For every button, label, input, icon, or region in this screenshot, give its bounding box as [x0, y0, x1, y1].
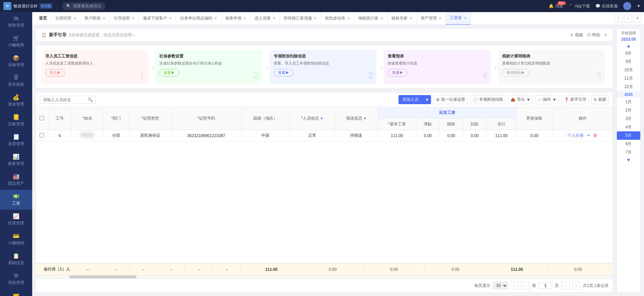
tab-close-icon[interactable]: ✕ — [439, 16, 441, 20]
action-edit[interactable]: ✏ — [587, 133, 590, 138]
tab-close-icon[interactable]: ✕ — [410, 16, 412, 20]
sidebar-item-invoice[interactable]: 🧾 发票管理 — [0, 130, 32, 150]
tab-prev-btn[interactable]: ‹ — [614, 14, 623, 23]
search-input[interactable] — [43, 97, 87, 102]
tab-close-icon[interactable]: ✕ — [214, 16, 217, 20]
tab-asset-mgmt[interactable]: 资产管理 ✕ — [417, 12, 446, 25]
sidebar-item-system[interactable]: ⚙ 系统管理 — [0, 269, 32, 289]
step-2-btn[interactable]: 设置▶ — [159, 69, 179, 77]
last-page-btn[interactable]: ›| — [572, 282, 580, 290]
demo-search-btn[interactable]: 🔍 我要看实例演示 — [62, 2, 105, 10]
month-nav-down[interactable]: ▼ — [617, 157, 640, 163]
new-guide-btn[interactable]: ❓ 新手引导 — [561, 95, 589, 104]
horizontal-scrollbar[interactable] — [36, 275, 613, 279]
sidebar-item-basic-info[interactable]: 📋 基础信息 — [0, 249, 32, 269]
sidebar-item-inventory[interactable]: 🗄 库存核算 — [0, 71, 32, 91]
row-checkbox[interactable] — [40, 133, 44, 137]
month-dec[interactable]: 12月 — [617, 83, 640, 91]
action-delete[interactable]: 🗑 — [593, 133, 597, 138]
tab-tax-report[interactable]: 税务申报 ✕ — [221, 12, 251, 25]
tab-tax-deduction[interactable]: 税负波动表 ✕ — [321, 12, 354, 25]
tab-close-icon[interactable]: ✕ — [347, 16, 350, 20]
guide-close-btn[interactable]: ✕ — [604, 33, 607, 37]
tab-clear-book[interactable]: 进入清册 ✕ — [251, 12, 280, 25]
sidebar-item-cooperation[interactable]: 🤝 企业协同 — [0, 289, 32, 296]
month-nov[interactable]: 11月 — [617, 74, 640, 83]
month-jan[interactable]: 1月 — [617, 98, 640, 106]
month-sep[interactable]: 9月 — [617, 57, 640, 66]
action-social-insurance[interactable]: 个人社保 — [568, 133, 584, 138]
sidebar-item-expense[interactable]: 💳 小畅报销 — [0, 229, 32, 249]
select-all-checkbox[interactable] — [40, 116, 44, 120]
tab-invite[interactable]: 邀请下游客户 ✕ — [139, 12, 176, 25]
tab-tier-mgmt[interactable]: 分层经营 ✕ — [51, 12, 80, 25]
step-1-btn[interactable]: 导入▶ — [45, 69, 65, 77]
sidebar-item-tax[interactable]: 📊 税务管理 — [0, 150, 32, 170]
sidebar-item-operations[interactable]: 📈 经营管理 — [0, 210, 32, 229]
tab-payroll[interactable]: 工资表 ✕ — [446, 12, 471, 25]
tab-close-icon[interactable]: ✕ — [314, 16, 317, 20]
month-nav-up[interactable]: ▲ — [617, 42, 640, 49]
sidebar-item-capital[interactable]: 💰 资金管理 — [0, 91, 32, 111]
prev-page-btn[interactable]: ‹ — [521, 282, 529, 290]
guide-help-btn[interactable]: ◎ 帮助 — [587, 32, 600, 38]
sidebar-item-fixed-assets[interactable]: 🏭 固定资产 — [0, 170, 32, 190]
app-download-btn[interactable]: 📱 App下载 — [569, 3, 590, 9]
step-3-btn[interactable]: 查看▶ — [274, 69, 293, 77]
refresh-btn[interactable]: ↻ 刷新 — [591, 95, 609, 104]
month-aug[interactable]: 8月 — [617, 49, 640, 57]
tab-tax-stats[interactable]: 纳税统计表 ✕ — [354, 12, 387, 25]
scrollbar-thumb[interactable] — [69, 276, 137, 278]
user-avatar[interactable] — [623, 2, 631, 10]
tab-tax-experts[interactable]: 税检专家 ✕ — [387, 12, 417, 25]
sidebar-item-sales[interactable]: 🛍 销售管理 — [0, 12, 32, 32]
tab-close-icon[interactable]: ✕ — [73, 16, 76, 20]
add-person-dropdown-btn[interactable]: ▼ — [423, 95, 431, 104]
month-apr[interactable]: 4月 — [617, 123, 640, 131]
tab-close-icon[interactable]: ✕ — [464, 16, 467, 20]
month-may[interactable]: 5月 — [617, 131, 640, 140]
export-btn[interactable]: 📤 导出 ▼ — [508, 95, 533, 104]
tab-close-icon[interactable]: ✕ — [273, 16, 275, 20]
page-size-select[interactable]: 10 20 50 — [493, 282, 508, 289]
tab-product-codes[interactable]: 往来单位商品编码 ✕ — [176, 12, 221, 25]
sidebar-item-ec[interactable]: 🛒 小畅电商 — [0, 32, 32, 51]
tab-next-btn[interactable]: › — [624, 14, 632, 23]
month-jul[interactable]: 7月 — [617, 148, 640, 157]
sidebar-item-purchase[interactable]: 📦 采购管理 — [0, 51, 32, 71]
operations-btn[interactable]: ⋯ 操作 ▼ — [535, 95, 559, 104]
month-oct[interactable]: 10月 — [617, 66, 640, 74]
tab-close-icon[interactable]: ✕ — [132, 16, 135, 20]
step-4-btn[interactable]: 查看▶ — [388, 69, 408, 77]
month-jun[interactable]: 6月 — [617, 140, 640, 148]
month-mar[interactable]: 3月 — [617, 115, 640, 123]
tab-close-icon[interactable]: ✕ — [380, 16, 383, 20]
step-5-btn[interactable]: 敬请期待▶ — [502, 69, 529, 77]
tab-customer[interactable]: 客户联络 ✕ — [80, 12, 110, 25]
sidebar-item-payroll[interactable]: 💵 工资 — [0, 190, 32, 210]
guide-video-btn[interactable]: ⊙ 视频 — [570, 32, 583, 38]
tab-close-all-btn[interactable]: ✕ — [633, 14, 641, 23]
tab-tax-calc[interactable]: 所得税汇算清缴 ✕ — [280, 12, 321, 25]
tab-close-icon[interactable]: ✕ — [244, 16, 246, 20]
add-person-btn[interactable]: 添加人员 — [398, 95, 423, 104]
first-page-btn[interactable]: |‹ — [511, 282, 519, 290]
uniform-settings-btn[interactable]: ⚙ 统一社保设置 — [434, 95, 468, 104]
top-bar: 财 畅捷通好业财 专业版 🔍 我要看实例演示 🔔 消息 99+ 📱 App下载 … — [0, 0, 644, 12]
page-input[interactable] — [539, 282, 552, 289]
month-feb[interactable]: 2月 — [617, 106, 640, 115]
tab-home[interactable]: 首页 — [35, 12, 51, 25]
search-icon[interactable]: 🔍 — [88, 97, 93, 102]
th-status-filter-icon[interactable]: ▼ — [320, 117, 323, 120]
tab-close-icon[interactable]: ✕ — [103, 16, 105, 20]
next-page-btn[interactable]: › — [561, 282, 570, 290]
additional-deduction-btn[interactable]: 📄 专项附加扣除 — [470, 95, 505, 104]
notification-btn[interactable]: 🔔 消息 99+ — [549, 3, 563, 9]
tab-instructions[interactable]: 引导说明 ✕ — [110, 12, 139, 25]
online-service-btn[interactable]: 💬 在线客服 — [595, 3, 618, 9]
th-report-filter-icon[interactable]: ▼ — [363, 117, 367, 120]
user-menu-arrow[interactable]: ▼ — [637, 4, 641, 8]
sidebar-item-ledger[interactable]: 📒 总账管理 — [0, 111, 32, 130]
guide-banner: 📋 新手引导 5步快速完成设置，快去完善信息吧～ ⊙ 视频 ◎ 帮助 ✕ — [36, 28, 613, 42]
tab-close-icon[interactable]: ✕ — [169, 16, 172, 20]
